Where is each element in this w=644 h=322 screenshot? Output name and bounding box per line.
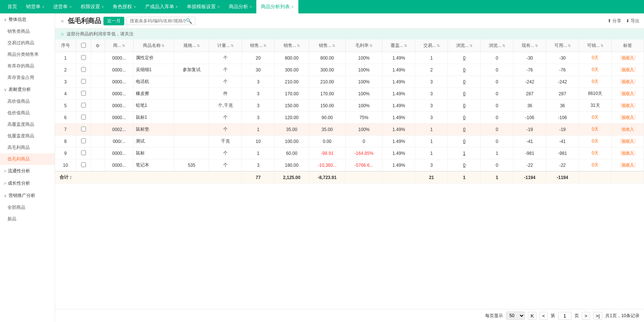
- nav-purchase[interactable]: 进货单 ×: [49, 0, 76, 13]
- col-browse2[interactable]: 浏览...⇅: [481, 39, 513, 52]
- sidebar-group-circulation[interactable]: > 流通性分析: [0, 165, 55, 177]
- nav-permissions[interactable]: 权限设置 ×: [76, 0, 108, 13]
- sidebar-group-overall[interactable]: ∨ 整体信息: [0, 13, 55, 26]
- first-page-button[interactable]: K: [528, 312, 536, 320]
- per-page-select[interactable]: 50 100 200: [506, 312, 525, 320]
- col-name[interactable]: 商品名称⇅: [133, 39, 174, 52]
- cell-browse2: 0: [481, 100, 513, 112]
- sidebar-group-growth[interactable]: > 成长性分析: [0, 177, 55, 189]
- nav-roles[interactable]: 角色授权 ×: [108, 0, 140, 13]
- row-checkbox[interactable]: [81, 162, 86, 167]
- total-sales-amount: 2,125.00: [275, 171, 309, 184]
- close-icon[interactable]: ×: [291, 4, 294, 9]
- close-icon[interactable]: ×: [134, 4, 136, 9]
- close-icon[interactable]: ×: [176, 4, 178, 9]
- sidebar-group-marketing[interactable]: ∨ 营销推广分析: [0, 189, 55, 202]
- last-page-button[interactable]: >|: [593, 312, 602, 320]
- prev-page-button[interactable]: <: [539, 312, 548, 320]
- nav-template-settings[interactable]: 单据模板设置 ×: [182, 0, 224, 13]
- sidebar-group-quality[interactable]: ∨ 差耐度分析: [0, 83, 55, 96]
- cell-checkbox[interactable]: [76, 88, 91, 100]
- col-code[interactable]: 商...⇅: [105, 39, 134, 52]
- cell-browse1[interactable]: 0: [448, 112, 481, 124]
- cell-checkbox[interactable]: [76, 64, 91, 76]
- col-spec[interactable]: 规格...⇅: [174, 39, 209, 52]
- cell-browse1[interactable]: 0: [448, 52, 481, 64]
- sidebar-item-new-products[interactable]: 新品: [0, 213, 55, 225]
- col-sales-amount[interactable]: 销售...⇅: [275, 39, 309, 52]
- nav-product-analysis[interactable]: 商品分析 ×: [224, 0, 256, 13]
- cell-browse1[interactable]: 0: [448, 76, 481, 88]
- close-icon[interactable]: ×: [250, 4, 252, 9]
- sidebar-item-traded[interactable]: 交易过的商品: [0, 37, 55, 49]
- sidebar-item-with-stock[interactable]: 有库存的商品: [0, 60, 55, 72]
- sidebar-item-low-profit[interactable]: 低毛利商品: [0, 153, 55, 165]
- cell-browse1[interactable]: 0: [448, 136, 481, 147]
- col-checkbox-header[interactable]: [76, 39, 91, 52]
- search-input[interactable]: [130, 18, 186, 23]
- cell-checkbox[interactable]: [76, 100, 91, 112]
- cell-tag: 低收入: [612, 88, 644, 100]
- select-all-checkbox[interactable]: [81, 43, 86, 48]
- date-filter-button[interactable]: 近一月: [103, 17, 124, 25]
- table-container[interactable]: 序号 ⚙ 商...⇅ 商品名称⇅ 规格...⇅ 计量...⇅ 销售...⇅ 销售…: [55, 39, 644, 309]
- next-page-button[interactable]: >: [582, 312, 590, 320]
- sidebar-item-capital[interactable]: 库存资金占用: [0, 72, 55, 83]
- row-checkbox[interactable]: [81, 150, 86, 155]
- col-current[interactable]: 现有...⇅: [513, 39, 546, 52]
- sidebar-item-high-coverage[interactable]: 高覆盖度商品: [0, 119, 55, 130]
- cell-checkbox[interactable]: [76, 136, 91, 147]
- sidebar-item-sales-category[interactable]: 销售类商品: [0, 26, 55, 37]
- col-coverage[interactable]: 覆盖...⇅: [382, 39, 415, 52]
- col-transaction[interactable]: 交易...⇅: [415, 39, 448, 52]
- cell-tag: 低收入: [612, 147, 644, 159]
- sidebar-item-high-value[interactable]: 高价值商品: [0, 96, 55, 107]
- close-icon[interactable]: ×: [217, 4, 220, 9]
- col-sales-count[interactable]: 销售...⇅: [242, 39, 275, 52]
- cell-checkbox[interactable]: [76, 76, 91, 88]
- col-saleable[interactable]: 可销...⇅: [579, 39, 612, 52]
- sidebar-collapse-button[interactable]: «: [60, 16, 65, 25]
- export-button[interactable]: ⬇ 导出: [626, 18, 640, 24]
- sidebar-item-high-profit[interactable]: 高毛利商品: [0, 142, 55, 153]
- cell-checkbox[interactable]: [76, 147, 91, 159]
- cell-checkbox[interactable]: [76, 112, 91, 124]
- row-checkbox[interactable]: [81, 138, 86, 143]
- row-checkbox[interactable]: [81, 91, 86, 96]
- cell-checkbox[interactable]: [76, 159, 91, 172]
- col-unit[interactable]: 计量...⇅: [209, 39, 242, 52]
- cell-checkbox[interactable]: [76, 52, 91, 64]
- row-checkbox[interactable]: [81, 103, 86, 108]
- col-tag[interactable]: 标签: [612, 39, 644, 52]
- close-icon[interactable]: ×: [102, 4, 104, 9]
- sidebar-item-low-coverage[interactable]: 低覆盖度商品: [0, 130, 55, 142]
- col-settings[interactable]: ⚙: [91, 39, 105, 52]
- sidebar-item-category-sales-rate[interactable]: 商品分类销售率: [0, 49, 55, 60]
- row-checkbox[interactable]: [81, 115, 86, 119]
- cell-browse1[interactable]: 0: [448, 100, 481, 112]
- cell-browse1[interactable]: 1: [448, 147, 481, 159]
- sidebar-item-low-value[interactable]: 低价值商品: [0, 107, 55, 119]
- row-checkbox[interactable]: [81, 55, 86, 60]
- cell-browse1[interactable]: 0: [448, 124, 481, 136]
- share-button[interactable]: ⬆ 分享: [608, 18, 621, 24]
- nav-product-analysis-list[interactable]: 商品分析列表 ×: [256, 0, 298, 13]
- nav-product-entry[interactable]: 产成品入库单 ×: [141, 0, 182, 13]
- col-browse1[interactable]: 浏览...⇅: [448, 39, 481, 52]
- row-checkbox[interactable]: [81, 79, 86, 84]
- sidebar-item-all-products[interactable]: 全部商品: [0, 202, 55, 213]
- cell-checkbox[interactable]: [76, 124, 91, 136]
- cell-browse1[interactable]: 0: [448, 88, 481, 100]
- close-icon[interactable]: ×: [69, 4, 71, 9]
- col-available[interactable]: 可用...⇅: [546, 39, 579, 52]
- row-checkbox[interactable]: [81, 127, 86, 131]
- col-gross-rate[interactable]: 毛利率⇅: [346, 39, 382, 52]
- close-icon[interactable]: ×: [42, 4, 44, 9]
- cell-browse1[interactable]: 0: [448, 159, 481, 172]
- page-number-input[interactable]: [558, 312, 571, 320]
- row-checkbox[interactable]: [81, 67, 86, 72]
- col-sales-profit[interactable]: 销售...⇅: [309, 39, 345, 52]
- nav-home[interactable]: 首页: [3, 0, 22, 13]
- cell-browse1[interactable]: 0: [448, 64, 481, 76]
- nav-sales[interactable]: 销货单 ×: [22, 0, 49, 13]
